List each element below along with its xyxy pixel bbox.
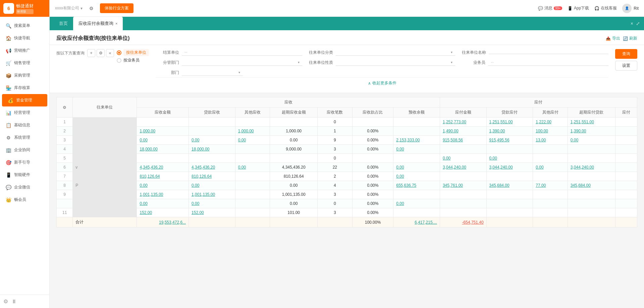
cell-link[interactable]: 1,390.00 (571, 129, 586, 133)
cell-link[interactable]: 345,761.00 (443, 183, 463, 188)
sidebar-item-inventory[interactable]: 🏪 库存核算 (0, 82, 49, 94)
cell-link[interactable]: 915,508.56 (443, 138, 463, 142)
filter-collapse-icon[interactable]: « (106, 49, 114, 57)
tab-receivable-query[interactable]: 应收应付余额查询 × (73, 17, 123, 30)
cell-link[interactable]: 0.00 (396, 165, 404, 170)
footer-collapse-icon[interactable]: ⏸ (11, 299, 17, 305)
user-info[interactable]: 👤 Rit (622, 4, 639, 13)
sidebar-item-marketing[interactable]: 📢 营销推广 (0, 44, 49, 57)
cell-link[interactable]: 0.00 (140, 183, 147, 188)
tab-home[interactable]: 首页 (54, 17, 73, 30)
cell-link[interactable]: 0.00 (536, 165, 543, 170)
collapse-more-btn[interactable]: ∧ 收起更多条件 (156, 77, 608, 89)
cell-link[interactable]: 1,000.00 (140, 129, 155, 133)
cell-link[interactable]: 1,001,135.00 (192, 192, 215, 197)
footer-settings-icon[interactable]: ⚙ (3, 298, 8, 305)
cell-link[interactable]: 1,390.00 (489, 129, 505, 133)
sidebar-item-quick-nav[interactable]: 🏠 快捷导航 (0, 32, 49, 44)
cell-link[interactable]: 1,251,551.00 (571, 120, 594, 124)
cell-link[interactable]: 0.00 (192, 201, 199, 206)
breadcrumb-chevron[interactable]: ▾ (80, 6, 83, 11)
setting-button[interactable]: 设置 (615, 61, 637, 71)
cell-link[interactable]: 18,000.00 (192, 147, 209, 151)
app-download-group[interactable]: 📱 App下载 (568, 5, 589, 11)
cell-link[interactable]: 1,251,551.00 (489, 120, 513, 124)
sidebar-item-guide[interactable]: 🎯 新手引导 (0, 156, 49, 169)
sidebar-item-finance[interactable]: 💰 资金管理 (2, 94, 47, 106)
sidebar-item-system[interactable]: ⚙ 系统管理 (0, 131, 49, 144)
filter-settings-icon[interactable]: ⚙ (97, 49, 105, 57)
sidebar-item-basic-info[interactable]: 📋 基础信息 (0, 119, 49, 131)
sidebar-item-sales[interactable]: 🛒 销售管理 (0, 57, 49, 69)
unit-nature-select[interactable]: ▾ (336, 59, 455, 66)
cell-link[interactable]: 4,345,436.20 (140, 165, 163, 170)
refresh-button[interactable]: 🔄 刷新 (623, 36, 637, 41)
cell-link[interactable]: 1,490.00 (443, 129, 459, 133)
cell-link[interactable]: 3,044,240.00 (489, 165, 513, 170)
cell-link[interactable]: 1,252,773.00 (443, 120, 466, 124)
cell-link[interactable]: 3,044,240.00 (443, 165, 466, 170)
total-pay-amt[interactable]: -654,751.40 (440, 217, 486, 227)
online-service-group[interactable]: 🎧 在线客服 (594, 5, 617, 11)
cell-link[interactable]: 0.00 (238, 165, 246, 170)
dept-select[interactable]: ▾ (182, 69, 243, 76)
sidebar-item-purchase[interactable]: 📦 采购管理 (0, 69, 49, 82)
cell-link[interactable]: 345,684.00 (571, 183, 591, 188)
sidebar-item-enterprise[interactable]: 🏢 企业协同 (0, 144, 49, 156)
total-recv-amt[interactable]: 19,553,472,6... (137, 217, 189, 227)
cell-link[interactable]: 915,495.56 (489, 138, 509, 142)
cell-link[interactable]: 0.00 (192, 183, 199, 188)
sidebar-item-wechat[interactable]: 💬 企业微信 (0, 181, 49, 193)
query-button[interactable]: 查询 (615, 49, 637, 59)
header-gear-button[interactable]: ⚙ (87, 4, 96, 13)
table-row: 0.00 0.00 0.00 0 0.00% 0.00 (57, 199, 637, 208)
sidebar-item-search[interactable]: 🔍 搜索菜单 (0, 19, 49, 32)
cell-link[interactable]: 152.00 (192, 210, 204, 215)
sidebar-item-hardware[interactable]: 📱 智能硬件 (0, 169, 49, 181)
cell-link[interactable]: 655,636.75 (396, 183, 416, 188)
cell-link[interactable]: 3,044,240.00 (571, 165, 594, 170)
cell-link[interactable]: 1,000.00 (238, 129, 254, 133)
cell-link[interactable]: 810,126.64 (192, 174, 212, 179)
cell-link[interactable]: 1,222.00 (536, 120, 551, 124)
cell-link[interactable]: 810,126.64 (140, 174, 160, 179)
cell-link[interactable]: 0.00 (571, 138, 578, 142)
cell-link[interactable]: 0.00 (489, 156, 497, 161)
cell-link[interactable]: 0.00 (192, 138, 199, 142)
sidebar-item-member[interactable]: 👑 畅会员 (0, 193, 49, 206)
division-dept-select[interactable]: ▾ (182, 59, 302, 66)
message-group[interactable]: 💬 消息 99+ (538, 5, 562, 11)
cell-link[interactable]: 0.00 (396, 147, 404, 151)
jiesuan-input[interactable]: ··· (182, 49, 302, 56)
total-prepay-bal[interactable]: 6,417,215.... (393, 217, 440, 227)
fullscreen-icon[interactable]: ⤢ (636, 21, 640, 26)
cell-link[interactable]: 152.00 (140, 210, 152, 215)
cell-link[interactable]: 100.00 (536, 129, 548, 133)
cell-link[interactable]: 345,684.00 (489, 183, 509, 188)
cell-link[interactable]: 1,001,135.00 (140, 192, 163, 197)
filter-option-salesperson[interactable]: 按业务员 (117, 57, 149, 63)
unit-category-select[interactable]: ▾ (336, 49, 455, 56)
cell-link[interactable]: 0.00 (140, 201, 147, 206)
filter-option-unit[interactable]: 按往来单位 (117, 49, 149, 56)
cell-link[interactable]: 4,345,436.20 (192, 165, 215, 170)
cell-link[interactable]: 0.00 (396, 174, 404, 179)
table-settings-icon[interactable]: ⚙ (63, 105, 66, 110)
cell-link[interactable]: 77.00 (536, 183, 546, 188)
close-window-icon[interactable]: × (631, 21, 633, 26)
cell-link[interactable]: 0.00 (238, 138, 246, 142)
cell-link[interactable]: 2,153,333.00 (396, 138, 420, 142)
cell-link[interactable]: 0.00 (443, 156, 450, 161)
export-button[interactable]: 📤 导出 (606, 36, 620, 41)
cell-link[interactable]: 18,000.00 (140, 147, 157, 151)
add-filter-icon[interactable]: + (87, 49, 95, 57)
action-buttons: 查询 设置 (615, 49, 637, 71)
cell-link[interactable]: 13.00 (536, 138, 546, 142)
solution-button[interactable]: 体验行业方案 (100, 3, 133, 13)
unit-name-input[interactable] (489, 51, 608, 54)
tab-close-icon[interactable]: × (115, 21, 117, 26)
cell-link[interactable]: 0.00 (396, 201, 404, 206)
sidebar-item-operation[interactable]: 📊 经营管理 (0, 106, 49, 119)
salesperson-input[interactable]: ··· (488, 59, 608, 66)
cell-link[interactable]: 0.00 (140, 138, 147, 142)
